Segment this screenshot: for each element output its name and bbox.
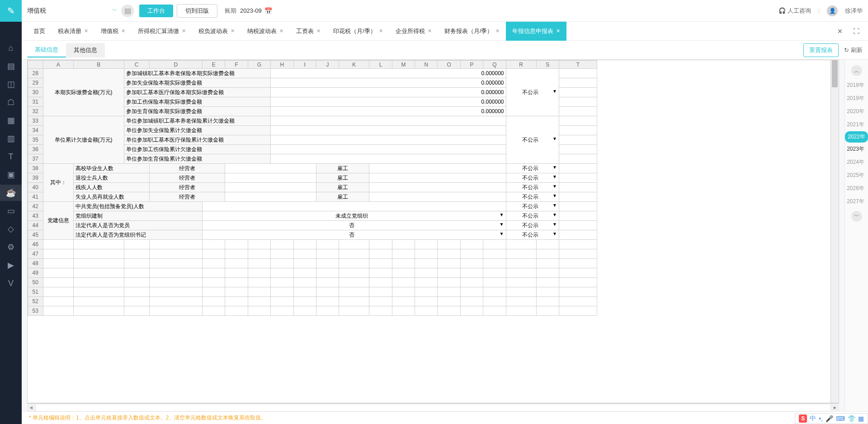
period-value[interactable]: 2023-09 [240,7,262,14]
col-A[interactable]: A [43,61,73,69]
col-F[interactable]: F [225,61,248,69]
expand-icon[interactable]: ⛶ [850,25,863,38]
ime-punct-icon[interactable]: •, [819,415,823,422]
row-52[interactable]: 52 [28,297,43,306]
row-49[interactable]: 49 [28,268,43,278]
nav-chart-icon[interactable]: ◫ [0,76,22,92]
year-2022年[interactable]: 2022年 [845,131,868,143]
row-31[interactable]: 31 [28,97,43,107]
horizontal-scrollbar[interactable]: ◄► [27,403,839,411]
close-all-icon[interactable]: ✕ [834,25,846,38]
row-37[interactable]: 37 [28,154,43,164]
col-N[interactable]: N [415,61,438,69]
switch-old-button[interactable]: 切到旧版 [177,4,217,18]
ime-grid-icon[interactable]: ▦ [858,415,864,422]
calendar-icon[interactable]: 📅 [264,7,272,14]
subtab-basic[interactable]: 基础信息 [27,43,66,57]
close-icon[interactable]: ✕ [556,28,560,34]
year-2020年[interactable]: 2020年 [845,105,868,118]
row4-val-0[interactable] [203,202,506,211]
row-53[interactable]: 53 [28,306,43,316]
nav-calendar-icon[interactable]: ▣ [0,167,22,183]
row4-dd-3[interactable]: 不公示▼ [506,230,559,240]
row-33[interactable]: 33 [28,116,43,126]
row-30[interactable]: 30 [28,88,43,97]
nav-v-icon[interactable]: V [0,275,22,291]
row4-dd-0[interactable]: 不公示▼ [506,202,559,211]
nav-t-icon[interactable]: T [0,148,22,165]
close-icon[interactable]: ✕ [121,28,125,34]
row3-dd-3[interactable]: 不公示▼ [506,192,559,202]
year-2019年[interactable]: 2019年 [845,92,868,105]
ime-mic-icon[interactable]: 🎤 [826,415,833,422]
row4-val-3[interactable]: 否▼ [203,230,506,240]
subtab-other[interactable]: 其他信息 [66,43,105,57]
row4-dd-1[interactable]: 不公示▼ [506,211,559,221]
avatar-icon[interactable]: 👤 [827,5,838,16]
col-P[interactable]: P [460,61,483,69]
tab-税负波动表[interactable]: 税负波动表✕ [192,22,241,41]
tab-所得税汇算清缴[interactable]: 所得税汇算清缴✕ [132,22,192,41]
col-G[interactable]: G [248,61,270,69]
close-icon[interactable]: ✕ [495,28,500,34]
ime-kb-icon[interactable]: ⌨ [836,415,845,422]
year-2027年[interactable]: 2027年 [845,195,868,208]
close-icon[interactable]: ✕ [279,28,283,34]
close-icon[interactable]: ✕ [379,28,383,34]
ime-zh-icon[interactable]: 中 [810,414,816,423]
close-icon[interactable]: ✕ [428,28,432,34]
nav-play-icon[interactable]: ▶ [0,257,22,273]
row-38[interactable]: 38 [28,164,43,173]
workbench-button[interactable]: 工作台 [139,5,173,17]
ime-s-icon[interactable]: S [799,414,807,423]
col-D[interactable]: D [149,61,203,69]
col-E[interactable]: E [203,61,225,69]
nav-gear-icon[interactable]: ⚙ [0,239,22,255]
row-50[interactable]: 50 [28,278,43,287]
year-2026年[interactable]: 2026年 [845,182,868,195]
row-42[interactable]: 42 [28,202,43,211]
col-B[interactable]: B [73,61,124,69]
row-29[interactable]: 29 [28,78,43,88]
col-O[interactable]: O [438,61,460,69]
tab-纳税波动表[interactable]: 纳税波动表✕ [241,22,290,41]
row-51[interactable]: 51 [28,287,43,297]
username[interactable]: 徐泽华 [845,7,863,15]
nav-doc-icon[interactable]: ▤ [0,58,22,74]
col-H[interactable]: H [271,61,293,69]
nav-list-icon[interactable]: ▥ [0,130,22,147]
row3-dd-0[interactable]: 不公示▼ [506,164,559,173]
tab-首页[interactable]: 首页 [27,22,52,41]
row-43[interactable]: 43 [28,211,43,221]
row-35[interactable]: 35 [28,135,43,145]
row1-val-0[interactable]: 0.000000 [271,69,506,78]
col-M[interactable]: M [392,61,415,69]
row1-val-1[interactable]: 0.000000 [271,78,506,88]
tab-年报信息申报表[interactable]: 年报信息申报表✕ [506,22,566,41]
col-I[interactable]: I [293,61,316,69]
row4-val-1[interactable]: 未成立党组织▼ [203,211,506,221]
col-J[interactable]: J [316,61,339,69]
ime-skin-icon[interactable]: 👕 [848,415,855,422]
row-44[interactable]: 44 [28,221,43,230]
year-down-icon[interactable]: ︾ [851,211,862,222]
year-2025年[interactable]: 2025年 [845,169,868,182]
row-32[interactable]: 32 [28,107,43,116]
tab-企业所得税[interactable]: 企业所得税✕ [389,22,438,41]
row1-val-2[interactable]: 0.000000 [271,88,506,97]
row-45[interactable]: 45 [28,230,43,240]
row-40[interactable]: 40 [28,183,43,192]
col-R[interactable]: R [506,61,536,69]
row1-val-4[interactable]: 0.000000 [271,107,506,116]
nav-home-icon[interactable]: ⌂ [0,40,22,56]
row-34[interactable]: 34 [28,126,43,135]
tab-财务报表（月/季）[interactable]: 财务报表（月/季）✕ [438,22,506,41]
year-2021年[interactable]: 2021年 [845,118,868,131]
row4-dd-2[interactable]: 不公示▼ [506,221,559,230]
row3-dd-2[interactable]: 不公示▼ [506,183,559,192]
row2-dd[interactable]: 不公示▼ [506,116,559,164]
nav-card-icon[interactable]: ▭ [0,203,22,219]
nav-inbox-icon[interactable]: ◇ [0,221,22,237]
tab-税表清册[interactable]: 税表清册✕ [52,22,94,41]
col-K[interactable]: K [339,61,369,69]
